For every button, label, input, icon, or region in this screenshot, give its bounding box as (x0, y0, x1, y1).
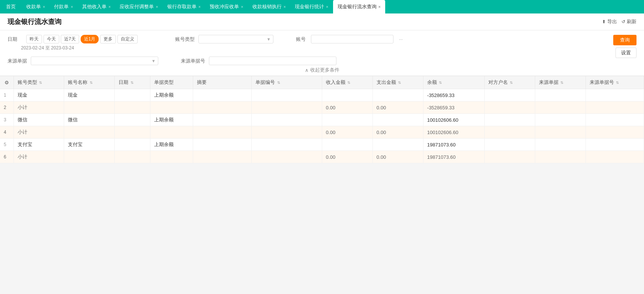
cell-doc_no (252, 126, 322, 139)
nav-item-fukuandan[interactable]: 付款单 × (50, 0, 77, 13)
date-btn-more[interactable]: 更多 (100, 35, 116, 43)
export-button[interactable]: ⬆ 导出 (602, 18, 617, 25)
date-label: 日期 (8, 36, 23, 43)
cell-num: 2 (0, 101, 14, 114)
nav-item-shoukuandan[interactable]: 收款单 × (22, 0, 50, 13)
source-doc-label: 来源单据 (8, 58, 27, 64)
cell-source_doc (535, 114, 585, 126)
date-btn-7days[interactable]: 近7天 (61, 35, 79, 43)
cell-account_name (64, 101, 115, 114)
close-icon[interactable]: × (378, 4, 381, 9)
cell-counterpart (484, 89, 535, 101)
nav-item-qitashouru[interactable]: 其他收入单 × (78, 0, 115, 13)
column-date[interactable]: 日期 ⇅ (115, 76, 150, 89)
cell-account_name: 微信 (64, 114, 115, 126)
table-row: 6小计0.000.0019871073.60 (0, 151, 644, 163)
close-icon[interactable]: × (241, 4, 243, 9)
source-doc-no-label: 来源单据号 (181, 58, 205, 64)
cell-counterpart (484, 101, 535, 114)
nav-item-xianjintongji[interactable]: 现金银行统计 × (290, 0, 333, 13)
cell-balance: 100102606.60 (423, 114, 484, 126)
column-balance[interactable]: 余额 ⇅ (423, 76, 484, 89)
column-income[interactable]: 收入金额 ⇅ (322, 76, 372, 89)
column-summary[interactable]: 摘要 (193, 76, 251, 89)
close-icon[interactable]: × (43, 4, 45, 9)
cell-summary (193, 101, 251, 114)
sort-icon: ⇅ (131, 81, 134, 85)
cell-source_doc_no (585, 139, 644, 151)
cell-doc_type: 上期余额 (150, 89, 193, 101)
date-btn-yesterday[interactable]: 昨天 (26, 35, 42, 43)
cell-doc_type (150, 101, 193, 114)
more-dots-icon[interactable]: ··· (397, 36, 404, 42)
nav-item-yinhangcunqu[interactable]: 银行存取款单 × (163, 0, 205, 13)
filter-collapse-bar[interactable]: ∧ 收起更多条件 (8, 65, 636, 76)
source-doc-select[interactable]: ▾ (31, 57, 158, 65)
column-source-doc-no[interactable]: 来源单据号 ⇅ (585, 76, 644, 89)
cell-doc_no (252, 114, 322, 126)
date-btn-today[interactable]: 今天 (44, 35, 59, 43)
date-btn-custom[interactable]: 自定义 (117, 35, 138, 43)
nav-item-yushou[interactable]: 预收冲应收单 × (205, 0, 248, 13)
query-button[interactable]: 查询 (613, 35, 636, 45)
cell-account_type: 现金 (14, 89, 64, 101)
account-number-input[interactable] (311, 35, 393, 43)
sort-icon: ⇅ (510, 81, 513, 85)
cell-summary (193, 126, 251, 139)
nav-home[interactable]: 首页 (0, 3, 22, 10)
cell-date (115, 126, 150, 139)
close-icon[interactable]: × (71, 4, 73, 9)
cell-doc_no (252, 101, 322, 114)
column-doc-no[interactable]: 单据编号 ⇅ (252, 76, 322, 89)
table-row: 2小计0.000.00-3528659.33 (0, 101, 644, 114)
cell-doc_no (252, 151, 322, 163)
column-doc-type[interactable]: 单据类型 (150, 76, 193, 89)
column-account-type[interactable]: 账号类型 ⇅ (14, 76, 64, 89)
cell-summary (193, 114, 251, 126)
refresh-button[interactable]: ↺ 刷新 (621, 18, 636, 25)
cell-date (115, 101, 150, 114)
cell-account_type: 支付宝 (14, 139, 64, 151)
settings-button[interactable]: 设置 (615, 48, 636, 58)
column-counterpart[interactable]: 对方户名 ⇅ (484, 76, 535, 89)
data-table-container: ⚙ 账号类型 ⇅ 账号名称 ⇅ 日期 ⇅ 单据类型 摘要 (0, 76, 644, 163)
sort-icon: ⇅ (347, 81, 350, 85)
cell-source_doc (535, 151, 585, 163)
export-icon: ⬆ (602, 19, 606, 24)
close-icon[interactable]: × (198, 4, 201, 9)
cell-date (115, 89, 150, 101)
gear-icon[interactable]: ⚙ (5, 80, 9, 85)
sort-icon: ⇅ (39, 81, 42, 85)
account-type-select[interactable]: ▾ (198, 35, 273, 43)
cell-expense: 0.00 (372, 151, 423, 163)
cell-date (115, 151, 150, 163)
column-account-name[interactable]: 账号名称 ⇅ (64, 76, 115, 89)
date-btn-1month[interactable]: 近1月 (81, 35, 99, 43)
cell-balance: 19871073.60 (423, 151, 484, 163)
cell-doc_no (252, 89, 322, 101)
filter-area: 日期 昨天 今天 近7天 近1月 更多 自定义 账号类型 ▾ 账号 (0, 30, 644, 76)
cell-counterpart (484, 139, 535, 151)
close-icon[interactable]: × (326, 4, 328, 9)
date-range-display: 2023-02-24 至 2023-03-24 (21, 45, 74, 51)
source-doc-no-input[interactable] (209, 57, 336, 65)
sort-icon: ⇅ (90, 81, 93, 85)
cell-source_doc (535, 139, 585, 151)
page-title: 现金银行流水查询 (8, 17, 62, 26)
cell-account_type: 小计 (14, 101, 64, 114)
close-icon[interactable]: × (284, 4, 286, 9)
nav-item-shoukuanhexiao[interactable]: 收款核销执行 × (248, 0, 290, 13)
cell-account_name: 现金 (64, 89, 115, 101)
column-expense[interactable]: 支出金额 ⇅ (372, 76, 423, 89)
column-settings[interactable]: ⚙ (0, 76, 14, 89)
column-source-doc[interactable]: 来源单据 ⇅ (535, 76, 585, 89)
cell-num: 4 (0, 126, 14, 139)
table-row: 5支付宝支付宝上期余额19871073.60 (0, 139, 644, 151)
close-icon[interactable]: × (108, 4, 111, 9)
date-options: 昨天 今天 近7天 近1月 更多 自定义 (26, 35, 138, 43)
close-icon[interactable]: × (156, 4, 158, 9)
nav-item-liushui[interactable]: 现金银行流水查询 × (333, 0, 385, 13)
cell-counterpart (484, 151, 535, 163)
nav-item-yingshouyingfu[interactable]: 应收应付调整单 × (115, 0, 162, 13)
cell-num: 5 (0, 139, 14, 151)
